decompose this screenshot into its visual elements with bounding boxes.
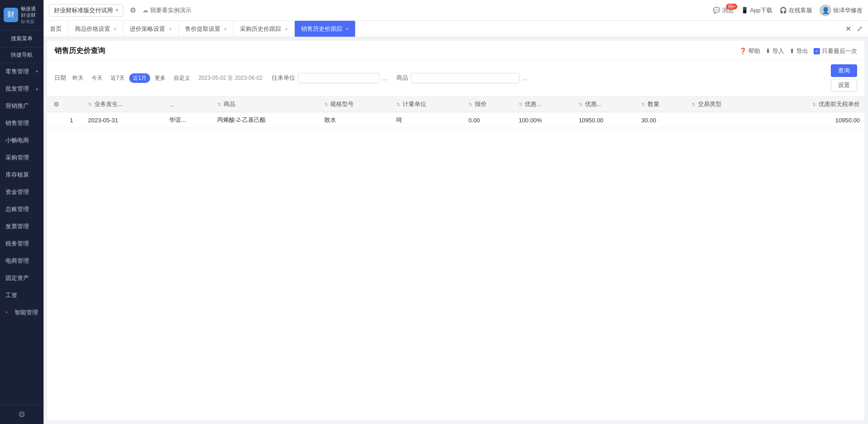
sidebar-item-label: 营销推广	[5, 102, 29, 110]
sidebar-settings-button[interactable]: ⚙	[0, 405, 44, 424]
tab-purchase-history[interactable]: 采购历史价跟踪 ×	[234, 21, 294, 37]
col-trans-type[interactable]: ⇅ 交易类型	[687, 96, 759, 112]
import-icon: ⬇	[766, 48, 770, 54]
online-service-button[interactable]: 🎧 在线客服	[780, 6, 812, 14]
column-settings-icon[interactable]: ⚙	[54, 101, 59, 108]
tab-sale-history[interactable]: 销售历史价跟踪 ×	[295, 21, 356, 37]
demo-button[interactable]: ☁ 我要看实例演示	[142, 6, 191, 14]
product-label: 商品	[396, 74, 408, 82]
col-product[interactable]: ⇅ 商品	[213, 96, 320, 112]
close-tab-button[interactable]: ✕	[844, 24, 853, 34]
sidebar-search[interactable]: 搜索菜单	[0, 30, 44, 48]
tab-purchase-strategy[interactable]: 进价策略设置 ×	[123, 21, 178, 37]
tabbar-actions: ✕ ⤢	[840, 24, 868, 34]
topbar-settings-button[interactable]: ⚙	[128, 4, 138, 16]
date-option-custom[interactable]: 自定义	[170, 73, 194, 83]
sidebar-item-label: 电商管理	[5, 257, 29, 265]
close-icon[interactable]: ×	[169, 26, 171, 32]
user-name-label: 徐泽华修改	[833, 6, 863, 14]
col-pre-tax-price[interactable]: ⇅ 优惠前无税单价	[759, 96, 864, 112]
sort-icon: ⇅	[519, 102, 522, 107]
date-option-today[interactable]: 今天	[88, 73, 106, 83]
export-button[interactable]: ⬆ 导出	[790, 47, 808, 55]
tab-product-price[interactable]: 商品价格设置 ×	[68, 21, 123, 37]
sidebar-item-finance[interactable]: 资金管理	[0, 183, 44, 201]
row-biz-date: 2023-05-31	[83, 112, 165, 128]
col-spec[interactable]: ⇅ 规格型号	[320, 96, 392, 112]
sidebar-item-label: 固定资产	[5, 274, 29, 282]
export-icon: ⬆	[790, 48, 795, 54]
product-more-button[interactable]: ...	[522, 75, 527, 82]
sidebar-item-payroll[interactable]: 工资	[0, 287, 44, 304]
sidebar-item-tax[interactable]: 税务管理	[0, 235, 44, 252]
product-input[interactable]	[411, 73, 520, 83]
message-button[interactable]: 💬 消息 99+	[713, 6, 734, 14]
sidebar-item-purchase[interactable]: 采购管理	[0, 149, 44, 166]
row-index: 1	[65, 112, 83, 128]
sidebar-item-invoice[interactable]: 发票管理	[0, 218, 44, 235]
page-content: 销售历史价查询 ❓ 帮助 ⬇ 导入 ⬆ 导出 ✓ 只看最后一次	[47, 41, 864, 420]
sidebar-item-fixed-assets[interactable]: 固定资产	[0, 270, 44, 287]
row-spec: 散水	[320, 112, 392, 128]
query-button[interactable]: 查询	[831, 64, 857, 77]
sidebar-item-marketing[interactable]: 营销推广	[0, 97, 44, 115]
supplier-filter-group: 往来单位 ...	[272, 73, 387, 83]
tab-purchase-history-label: 采购历史价跟踪	[240, 25, 281, 33]
export-label: 导出	[796, 47, 808, 55]
row-qty: 30.00	[637, 112, 687, 128]
col-biz-date[interactable]: ⇅ 业务发生...	[83, 96, 165, 112]
headset-icon: 🎧	[780, 7, 787, 14]
close-icon[interactable]: ×	[285, 26, 288, 32]
date-option-last1m[interactable]: 近1月	[129, 73, 151, 83]
col-unit[interactable]: ⇅ 计量单位	[392, 96, 464, 112]
module-selector[interactable]: 好业财标准版交付试用 ▾	[49, 4, 123, 17]
col-qty[interactable]: ⇅ 数量	[637, 96, 687, 112]
sidebar-item-label: 税务管理	[5, 240, 29, 248]
maximize-tab-button[interactable]: ⤢	[855, 24, 864, 34]
sidebar-item-inventory[interactable]: 库存核算	[0, 166, 44, 183]
sidebar-item-sales[interactable]: 销售管理	[0, 115, 44, 132]
sidebar-item-label: 库存核算	[5, 171, 29, 179]
col-discount-pct[interactable]: ⇅ 优惠...	[514, 96, 575, 112]
close-icon[interactable]: ×	[346, 26, 349, 32]
filter-buttons: 查询 设置	[831, 64, 857, 92]
import-button[interactable]: ⬇ 导入	[766, 47, 784, 55]
date-option-last7[interactable]: 近7天	[107, 73, 128, 83]
sidebar-item-accounting[interactable]: 总账管理	[0, 201, 44, 218]
col-more[interactable]: ...	[165, 96, 213, 112]
only-last-checkbox[interactable]: ✓ 只看最后一次	[814, 47, 857, 55]
close-icon[interactable]: ×	[224, 26, 227, 32]
date-option-more[interactable]: 更多	[151, 73, 169, 83]
help-button[interactable]: ❓ 帮助	[739, 47, 760, 55]
sidebar-item-ecommerce[interactable]: 电商管理	[0, 252, 44, 270]
help-label: 帮助	[748, 47, 760, 55]
sidebar-quick-nav[interactable]: 快捷导航	[0, 48, 44, 63]
sidebar-item-ecommerce-small[interactable]: 小畅电商	[0, 132, 44, 149]
tab-sale-price[interactable]: 售价提取设置 ×	[179, 21, 234, 37]
col-price[interactable]: ⇅ 报价	[464, 96, 514, 112]
supplier-input[interactable]	[298, 73, 380, 83]
sidebar-item-label: 工资	[5, 291, 17, 299]
tab-home[interactable]: 首页	[44, 21, 68, 37]
sidebar-item-retail[interactable]: 零售管理 ▾	[0, 63, 44, 80]
user-menu-button[interactable]: 👤 徐泽华修改	[819, 5, 863, 16]
chevron-down-icon: ▾	[36, 69, 38, 74]
app-logo-icon: 财	[4, 8, 18, 22]
date-range-text: 2023-05-02 至 2023-06-02	[198, 74, 262, 82]
checkbox-checked-icon: ✓	[814, 48, 820, 54]
sidebar-item-label: 批发管理	[5, 85, 29, 93]
topbar: 好业财标准版交付试用 ▾ ⚙ ☁ 我要看实例演示 💬 消息 99+ 📱 App下…	[44, 0, 868, 21]
sidebar-item-wholesale[interactable]: 批发管理 ▴	[0, 80, 44, 97]
app-download-label: App下载	[750, 6, 772, 14]
date-option-yesterday[interactable]: 昨天	[69, 73, 87, 83]
sidebar-item-label: 总账管理	[5, 205, 29, 213]
close-icon[interactable]: ×	[114, 26, 117, 32]
col-discount-amt[interactable]: ⇅ 优惠...	[574, 96, 637, 112]
sidebar-item-smart[interactable]: 智能管理	[0, 304, 44, 321]
supplier-more-button[interactable]: ...	[382, 75, 387, 82]
sort-icon: ⇅	[812, 102, 816, 107]
filter-settings-button[interactable]: 设置	[831, 79, 857, 92]
app-download-button[interactable]: 📱 App下载	[741, 6, 772, 14]
page-title: 销售历史价查询	[54, 46, 105, 56]
row-settings	[47, 112, 65, 128]
